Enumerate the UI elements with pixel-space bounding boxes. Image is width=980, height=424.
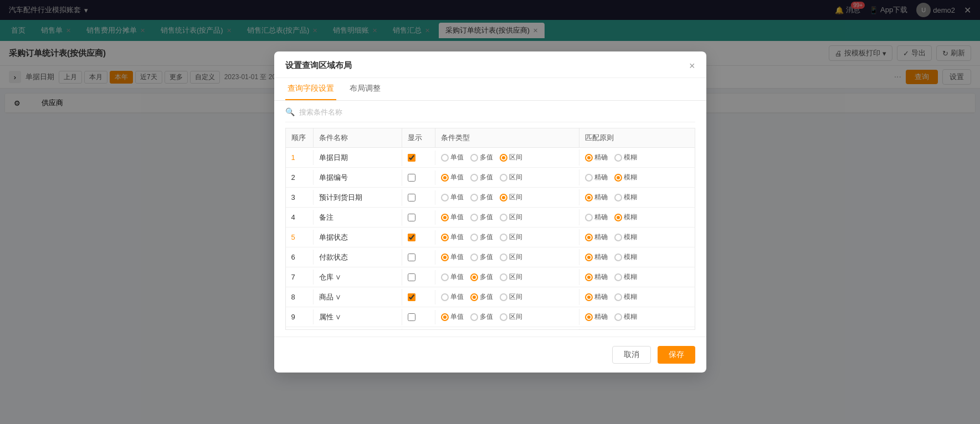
modal-tab-layout[interactable]: 布局调整	[347, 78, 383, 100]
search-icon: 🔍	[285, 107, 295, 116]
modal-overlay: 设置查询区域布局 × 查询字段设置 布局调整 🔍 顺序 条件名称 显示 条件类型	[0, 0, 980, 118]
modal-tab-query-fields[interactable]: 查询字段设置	[285, 78, 336, 100]
search-row: 🔍	[285, 107, 695, 118]
condition-search-input[interactable]	[299, 108, 410, 116]
modal-title: 设置查询区域布局	[285, 60, 352, 71]
modal-header: 设置查询区域布局 ×	[274, 51, 706, 78]
modal-tabs: 查询字段设置 布局调整	[274, 78, 706, 101]
modal-body: 🔍 顺序 条件名称 显示 条件类型 匹配原则 1 单据日期	[274, 101, 706, 118]
modal-close-button[interactable]: ×	[689, 61, 695, 71]
settings-modal: 设置查询区域布局 × 查询字段设置 布局调整 🔍 顺序 条件名称 显示 条件类型	[274, 51, 706, 118]
